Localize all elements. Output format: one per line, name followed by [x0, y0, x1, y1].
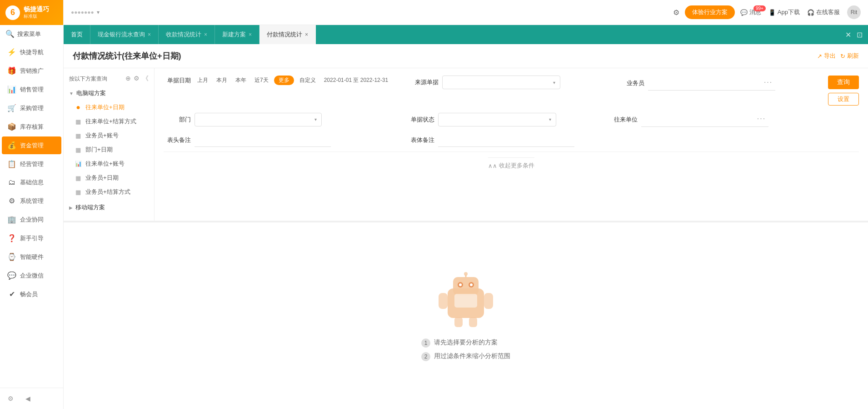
- tab-payment[interactable]: 付款情况统计 ×: [259, 25, 316, 44]
- search-menu[interactable]: 🔍 搜索菜单: [0, 25, 63, 43]
- wechat-icon: 💬: [7, 271, 16, 280]
- sidebar-item-guide[interactable]: ❓ 新手引导: [2, 229, 61, 247]
- filter-settings-button[interactable]: 设置: [828, 93, 859, 106]
- scheme-icon-1: ▦: [75, 118, 82, 125]
- scheme-item-agent-date[interactable]: ▦ 业务员+日期: [69, 171, 152, 185]
- app-download-btn[interactable]: 📱 App下载: [768, 8, 800, 16]
- tab-cash-close[interactable]: ×: [148, 31, 151, 38]
- voucher-status-select[interactable]: ▾: [438, 113, 556, 126]
- logo-text-block: 畅捷通巧 标准版: [24, 5, 49, 20]
- user-avatar[interactable]: Rit: [847, 5, 861, 19]
- counterparty-more-btn[interactable]: ···: [754, 115, 768, 123]
- date-last-month[interactable]: 上月: [195, 76, 211, 85]
- sidebar-item-vip[interactable]: ✔ 畅会员: [2, 285, 61, 303]
- sidebar-item-hardware[interactable]: ⌚ 智能硬件: [2, 248, 61, 266]
- scheme-group-pc-header[interactable]: ▼ 电脑端方案: [64, 86, 154, 100]
- refresh-button[interactable]: ↻ 刷新: [840, 52, 859, 60]
- guide-icon: ❓: [7, 234, 16, 242]
- scheme-panel-header: 按以下方案查询 ⊕ ⚙ 《: [64, 73, 154, 86]
- page-header-actions: ↗ 导出 ↻ 刷新: [817, 52, 859, 60]
- date-this-year[interactable]: 本年: [233, 76, 249, 85]
- addr-dropdown-icon[interactable]: ▾: [97, 9, 100, 15]
- sidebar-item-sales[interactable]: 📊 销售管理: [2, 81, 61, 98]
- agent-more-btn[interactable]: ···: [761, 78, 775, 86]
- sidebar-item-finance[interactable]: 💰 资金管理: [2, 136, 61, 154]
- tab-income-close[interactable]: ×: [204, 31, 207, 38]
- sidebar-settings-btn[interactable]: ⚙: [4, 392, 17, 405]
- topbar-right: 💬 消息 99+ 📱 App下载 🎧 在线客服 Rit: [740, 5, 861, 19]
- tab-payment-close[interactable]: ×: [305, 31, 308, 38]
- purchase-icon: 🛒: [7, 104, 16, 112]
- trial-button[interactable]: 体验行业方案: [685, 5, 735, 19]
- scheme-items-pc: ● 往来单位+日期 ▦ 往来单位+结算方式 ▦ 业务员+账号 ▦: [64, 101, 154, 199]
- app-icon: 📱: [768, 9, 776, 16]
- dept-select[interactable]: ▾: [195, 113, 322, 126]
- export-icon: ↗: [817, 53, 822, 60]
- scheme-icon-3: ▦: [75, 146, 82, 153]
- sidebar-collapse-btn[interactable]: ◀: [21, 392, 35, 405]
- tab-maximize-btn[interactable]: ⊡: [857, 30, 863, 39]
- date-more[interactable]: 更多: [274, 76, 294, 85]
- tab-new[interactable]: 新建方案 ×: [215, 25, 259, 44]
- tabbar-actions: ✕ ⊡: [840, 25, 868, 44]
- operation-icon: 📋: [7, 160, 16, 168]
- message-btn[interactable]: 💬 消息 99+: [740, 8, 761, 16]
- tab-cash[interactable]: 现金银行流水查询 ×: [90, 25, 159, 44]
- message-badge: 99+: [753, 5, 766, 11]
- date-this-month[interactable]: 本月: [214, 76, 230, 85]
- scheme-group-mobile-header[interactable]: ▶ 移动端方案: [64, 201, 154, 214]
- scheme-item-dept-date[interactable]: ▦ 部门+日期: [69, 143, 152, 157]
- hardware-icon: ⌚: [7, 252, 16, 261]
- sidebar-item-inventory[interactable]: 📦 库存核算: [2, 118, 61, 136]
- date-custom[interactable]: 自定义: [297, 76, 319, 85]
- scheme-item-counterparty-date[interactable]: ● 往来单位+日期: [69, 101, 152, 114]
- tab-income[interactable]: 收款情况统计 ×: [159, 25, 215, 44]
- sidebar-item-marketing[interactable]: 🎁 营销推广: [2, 62, 61, 80]
- service-btn[interactable]: 🎧 在线客服: [807, 8, 840, 16]
- sidebar-item-enterprise[interactable]: 🏢 企业协同: [2, 211, 61, 228]
- scheme-item-agent-account[interactable]: ▦ 业务员+账号: [69, 129, 152, 142]
- message-icon: 💬: [740, 9, 748, 16]
- scheme-item-counterparty-settlement[interactable]: ▦ 往来单位+结算方式: [69, 115, 152, 128]
- sidebar-item-system[interactable]: ⚙ 系统管理: [2, 192, 61, 210]
- date-last-7days[interactable]: 近7天: [252, 76, 271, 85]
- empty-illustration: [429, 270, 502, 329]
- agent-label: 业务员: [617, 79, 644, 87]
- note-body-input[interactable]: [438, 133, 574, 147]
- export-button[interactable]: ↗ 导出: [817, 52, 836, 60]
- inventory-icon: 📦: [7, 122, 16, 131]
- finance-icon: 💰: [7, 141, 16, 150]
- scheme-settings-btn[interactable]: ⚙: [134, 75, 140, 83]
- main-area: ●●●●●●● ▾ ⚙ 体验行业方案 💬 消息 99+ 📱 App下载 🎧 在线…: [64, 0, 868, 409]
- sidebar-item-operation[interactable]: 📋 经营管理: [2, 155, 61, 173]
- source-select[interactable]: ▾: [442, 76, 560, 89]
- scheme-item-counterparty-account[interactable]: 📊 往来单位+账号: [69, 157, 152, 171]
- scheme-item-agent-settlement[interactable]: ▦ 业务员+结算方式: [69, 185, 152, 199]
- sidebar-item-purchase[interactable]: 🛒 采购管理: [2, 99, 61, 117]
- sidebar-item-shortcut[interactable]: ⚡ 快捷导航: [2, 43, 61, 61]
- counterparty-label: 往来单位: [610, 116, 638, 124]
- svg-rect-12: [454, 294, 477, 308]
- sidebar-item-wechat[interactable]: 💬 企业微信: [2, 267, 61, 284]
- tab-close-all-btn[interactable]: ✕: [845, 30, 851, 39]
- scheme-panel: 按以下方案查询 ⊕ ⚙ 《 ▼ 电脑端方案 ● 往: [64, 68, 155, 221]
- agent-input[interactable]: [648, 76, 761, 89]
- query-button[interactable]: 查询: [828, 76, 859, 89]
- collapse-more-btn[interactable]: ∧∧ 收起更多条件: [488, 157, 534, 173]
- sidebar: 6 畅捷通巧 标准版 🔍 搜索菜单 ⚡ 快捷导航 🎁 营销推广 📊 销售管理 🛒…: [0, 0, 64, 409]
- sidebar-item-basic[interactable]: 🗂 基础信息: [2, 174, 61, 191]
- scheme-group-arrow: ▼: [69, 91, 74, 96]
- tab-new-close[interactable]: ×: [249, 31, 252, 38]
- source-dropdown-icon: ▾: [553, 80, 555, 85]
- logo-name: 畅捷通巧: [24, 5, 49, 13]
- scheme-collapse-btn[interactable]: 《: [142, 75, 149, 83]
- scheme-icon-5: ▦: [75, 175, 82, 182]
- counterparty-input[interactable]: [641, 112, 754, 126]
- tab-home[interactable]: 首页: [64, 25, 90, 44]
- voucher-status-label: 单据状态: [407, 116, 434, 124]
- scheme-add-btn[interactable]: ⊕: [125, 75, 131, 83]
- service-icon: 🎧: [807, 9, 814, 16]
- topbar-gear-btn[interactable]: ⚙: [673, 8, 679, 17]
- upper-section: 按以下方案查询 ⊕ ⚙ 《 ▼ 电脑端方案 ● 往: [64, 68, 868, 221]
- note-header-input[interactable]: [195, 133, 331, 147]
